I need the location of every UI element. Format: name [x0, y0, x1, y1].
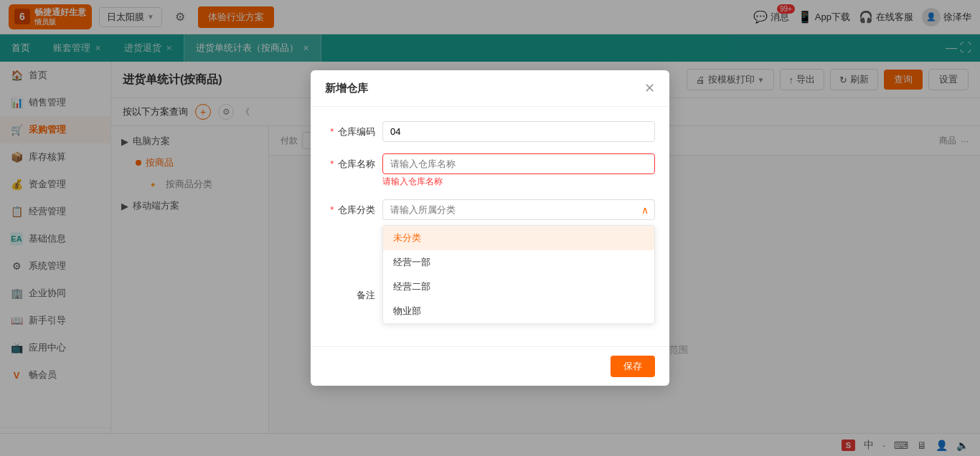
warehouse-name-field: * 仓库名称 请输入仓库名称 [325, 153, 655, 188]
new-warehouse-modal: 新增仓库 ✕ * 仓库编码 * 仓库名称 [311, 70, 669, 386]
save-button[interactable]: 保存 [611, 356, 655, 377]
dropdown-item-unclassified[interactable]: 未分类 [383, 226, 654, 250]
warehouse-name-input[interactable] [382, 153, 655, 174]
modal-close-button[interactable]: ✕ [644, 80, 655, 96]
modal-body: * 仓库编码 * 仓库名称 请输入仓库名称 [311, 107, 669, 346]
code-input-wrap [382, 121, 655, 142]
dropdown-item-dept2[interactable]: 经营二部 [383, 275, 654, 299]
category-label: * 仓库分类 [325, 199, 375, 217]
code-label: * 仓库编码 [325, 121, 375, 138]
modal-title: 新增仓库 [325, 82, 368, 95]
warehouse-code-field: * 仓库编码 [325, 121, 655, 142]
name-error-message: 请输入仓库名称 [382, 176, 655, 188]
name-label: * 仓库名称 [325, 153, 375, 171]
category-input-wrap: ∧ 未分类 经营一部 经营二部 物业部 [382, 199, 655, 220]
category-input[interactable] [383, 200, 636, 219]
modal-header: 新增仓库 ✕ [311, 70, 669, 107]
warehouse-code-input[interactable] [382, 121, 655, 142]
modal-footer: 保存 [311, 346, 669, 386]
required-star-cat: * [330, 204, 334, 215]
required-star-code: * [330, 126, 334, 137]
name-input-wrap: 请输入仓库名称 [382, 153, 655, 188]
modal-overlay: 新增仓库 ✕ * 仓库编码 * 仓库名称 [0, 0, 980, 456]
warehouse-category-field: * 仓库分类 ∧ 未分类 经营一部 经营二部 物业部 [325, 199, 655, 220]
required-star-name: * [330, 158, 334, 169]
category-arrow-icon[interactable]: ∧ [636, 204, 654, 216]
remark-label: 备注 [325, 285, 375, 302]
category-dropdown: 未分类 经营一部 经营二部 物业部 [382, 225, 655, 324]
dropdown-item-dept3[interactable]: 物业部 [383, 299, 654, 323]
dropdown-item-dept1[interactable]: 经营一部 [383, 250, 654, 275]
category-input-row: ∧ [382, 199, 655, 220]
